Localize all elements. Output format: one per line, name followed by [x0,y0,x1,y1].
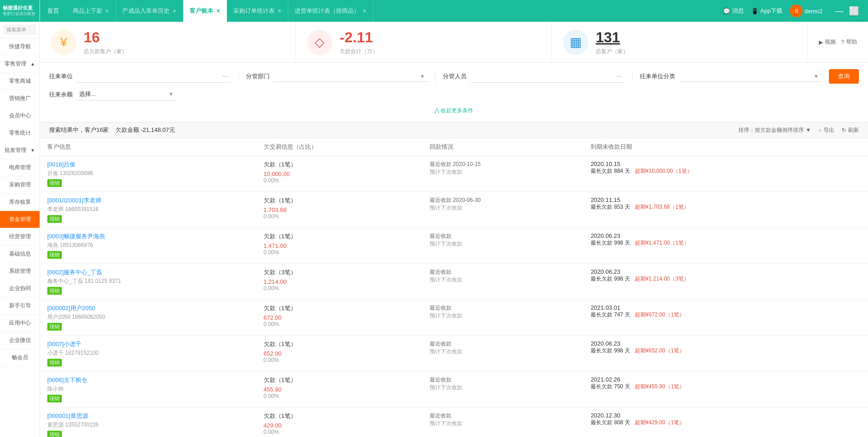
debt-amount-7[interactable]: 429.00 [264,422,415,429]
cell-due-5: 2020.06.23 最长欠款 998 天 超期¥652.00（1笔） [583,336,868,372]
video-action[interactable]: ▶ 视频 [819,38,836,46]
minimize-icon[interactable]: — [833,6,845,16]
filter-input-person[interactable]: ··· [470,70,625,83]
debt-count-0: 欠款（1笔） [264,161,415,169]
sidebar-item-lingshang[interactable]: 零售商城 [0,73,40,90]
sidebar-item-xitong[interactable]: 系统管理 [0,263,40,280]
debt-amount-0[interactable]: 10,000.00 [264,171,415,177]
stat-label-debt: 欠款合计（万） [340,48,541,55]
sidebar-item-pifa[interactable]: 批发管理▼ [0,142,40,159]
customer-name-5[interactable]: [0007]小迸千 [47,340,249,348]
search-menu-button[interactable]: 搜索菜单 [4,25,36,35]
cell-debt-0: 欠款（1笔） 10,000.00 0.00% [256,156,422,192]
sidebar-item-chang[interactable]: 畅会员 [0,349,40,367]
sidebar-item-lingshoutongji[interactable]: 零售统计 [0,125,40,142]
debt-amount-4[interactable]: 672.00 [264,314,415,321]
filter-divider-1 [238,70,239,83]
overdue-link-7[interactable]: 超期¥429.00（1笔） [635,419,685,426]
debt-amount-1[interactable]: 1,703.68 [264,206,415,213]
query-button[interactable]: 查询 [829,69,859,84]
help-action[interactable]: ? 帮助 [841,38,857,46]
customer-phone-2: 海燕 18513066976 [47,241,249,249]
tab-home[interactable]: 首页 [40,0,66,22]
tab-close-icon[interactable]: ✕ [216,8,220,14]
tab-shangpin[interactable]: 商品上下架 ✕ [66,0,116,22]
export-button[interactable]: ○ 导出 [818,126,834,134]
overdue-link-5[interactable]: 超期¥652.00（1笔） [635,347,685,354]
due-date-6: 2021.02.26 [591,376,861,383]
customer-tag-4: 现销 [47,323,62,331]
customer-name-1[interactable]: [0001020001]李老师 [47,196,249,205]
latest-collect-6: 最近收款 [430,376,577,384]
customer-name-3[interactable]: [0002]服务中心_丁磊 [47,268,249,276]
sidebar-item-qiye[interactable]: 企业协同 [0,280,40,297]
overdue-link-2[interactable]: 超期¥1,471.00（1笔） [635,240,689,246]
customer-tag-1: 现销 [47,215,62,223]
filter-item-dept: 分管部门 ▼ [246,71,428,82]
overdue-days-4: 最长欠款 747 天 超期¥672.00（1笔） [591,311,861,319]
app-download-action[interactable]: 📱 App下载 [751,7,783,15]
sidebar-item-jingying[interactable]: 经营管理 [0,228,40,246]
customer-name-0[interactable]: [0016]吕俊 [47,161,249,169]
sidebar-item-kuaijie[interactable]: 快捷导航 [0,38,40,55]
sidebar-item-yingxiao[interactable]: 营销推广 [0,90,40,107]
tab-close-icon[interactable]: ✕ [105,8,109,14]
overdue-link-1[interactable]: 超期¥1,703.68（1笔） [635,204,689,210]
table-row: [000001]黄思源 黄思源 13552700226 现销 欠款（1笔） 42… [40,407,868,437]
filter-select-balance[interactable]: 选择... ▼ [76,88,176,100]
tab-close-icon[interactable]: ✕ [277,8,281,14]
sidebar-item-kucun[interactable]: 库存核算 [0,194,40,211]
overdue-link-4[interactable]: 超期¥672.00（1笔） [635,311,685,318]
sidebar-item-dianshang[interactable]: 电商管理 [0,159,40,176]
overdue-link-3[interactable]: 超期¥1,214.00（3笔） [635,276,689,282]
customer-name-6[interactable]: [0006]去下粮仓 [47,376,249,384]
customer-name-4[interactable]: [000002]用户2050 [47,304,249,312]
sidebar-item-xinshou[interactable]: 新手引导 [0,297,40,315]
cell-customer-1: [0001020001]李老师 李老师 18600391516 现销 [40,192,256,228]
filter-select-dept[interactable]: ▼ [273,71,428,82]
tab-chanpin[interactable]: 产成品入库单历史 ✕ [116,0,183,22]
maximize-icon[interactable]: ⬜ [847,6,861,16]
sidebar-item-caigou[interactable]: 采购管理 [0,176,40,194]
window-controls: — ⬜ [833,6,861,16]
user-action[interactable]: d demo2 [790,5,823,17]
table-row: [0003]畅捷服务尹海燕 海燕 18513066976 现销 欠款（1笔） 1… [40,228,868,264]
table-row: [0007]小迸千 小迸千 18279152100 现销 欠款（1笔） 652.… [40,336,868,372]
sidebar-item-lingshou[interactable]: 零售管理▲ [0,55,40,73]
customer-name-7[interactable]: [000001]黄思源 [47,412,249,420]
sort-control[interactable]: 排序：按欠款金额倒序排序 ▼ [738,126,811,134]
help-label: 帮助 [846,38,857,46]
overdue-link-0[interactable]: 超期¥10,000.00（1笔） [635,168,692,174]
debt-amount-3[interactable]: 1,214.00 [264,278,415,285]
debt-amount-5[interactable]: 652.00 [264,350,415,357]
tab-jinhuo[interactable]: 进货单统计表（按商品） ✕ [288,0,373,22]
customer-name-2[interactable]: [0003]畅捷服务尹海燕 [47,232,249,241]
collapse-button[interactable]: ⋀ 收起更多条件 [435,107,473,115]
tab-kehu[interactable]: 客户账本 ✕ [183,0,227,22]
tab-close-icon[interactable]: ✕ [172,8,176,14]
cell-debt-7: 欠款（1笔） 429.00 0.00% [256,407,422,437]
overdue-link-6[interactable]: 超期¥455.90（1笔） [635,383,685,390]
debt-count-4: 欠款（1笔） [264,304,415,312]
due-date-0: 2020.10.15 [591,161,861,167]
sidebar-item-weixin[interactable]: 企业微信 [0,332,40,349]
tab-caigou[interactable]: 采购订单统计表 ✕ [227,0,288,22]
result-count-text: 搜索结果中，客户16家 [49,126,109,133]
sidebar-search-area: 搜索菜单 [0,22,40,38]
debt-amount-6[interactable]: 455.90 [264,386,415,393]
sidebar-item-huiyuan[interactable]: 会员中心 [0,107,40,125]
message-action[interactable]: 💬 消息 [723,7,744,15]
filter-input-unit[interactable]: ··· [76,70,231,83]
result-actions: 排序：按欠款金额倒序排序 ▼ ○ 导出 ↻ 刷新 [738,126,859,134]
logo-sub: 母婴行业演示账套 [3,11,35,17]
next-collect-7: 预计下次收款 [430,420,577,427]
sidebar-item-jichu[interactable]: 基础信息 [0,246,40,263]
sidebar-logo: 畅捷通好生意 母婴行业演示账套 [0,0,40,22]
sidebar-item-zijin[interactable]: 资金管理 [0,211,40,228]
cell-due-4: 2021.03.01 最长欠款 747 天 超期¥672.00（1笔） [583,300,868,336]
debt-amount-2[interactable]: 1,471.00 [264,242,415,249]
tab-close-icon[interactable]: ✕ [362,8,366,14]
refresh-button[interactable]: ↻ 刷新 [842,126,859,134]
sidebar-item-yingyong[interactable]: 应用中心 [0,315,40,332]
filter-select-category[interactable]: ▼ [679,71,822,82]
